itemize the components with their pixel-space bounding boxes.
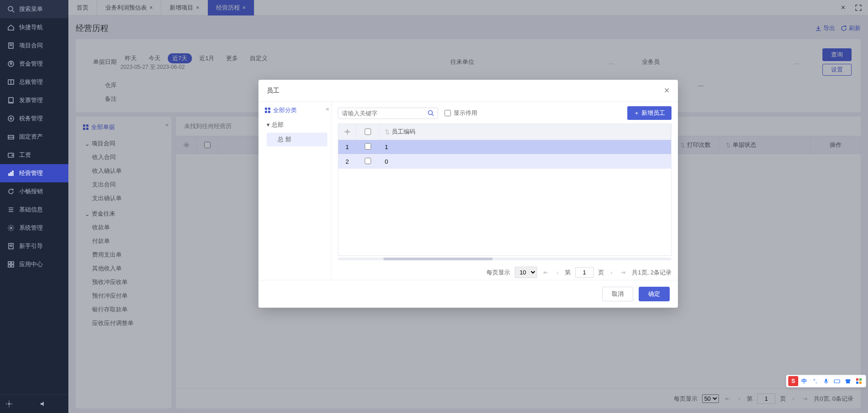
svg-rect-46 <box>856 378 858 381</box>
search-input[interactable] <box>342 110 428 117</box>
sidebar-label: 基础信息 <box>19 206 43 214</box>
last-page[interactable]: ⇥ <box>619 269 627 276</box>
sidebar-label: 总账管理 <box>19 78 43 86</box>
sidebar-item-system[interactable]: 系统管理 <box>0 219 68 237</box>
sound-button[interactable] <box>34 395 68 413</box>
modal-category-header[interactable]: 全部分类 <box>258 106 331 118</box>
ime-tool-icon[interactable] <box>854 376 864 386</box>
modal-left: « 全部分类 ▾ 总部 总 部 <box>258 102 331 280</box>
svg-marker-29 <box>41 402 44 406</box>
close-icon[interactable]: ✕ <box>664 86 670 95</box>
home-icon <box>7 24 15 31</box>
list-icon <box>7 206 15 213</box>
chart-icon <box>7 170 15 177</box>
sidebar-item-tax[interactable]: 税务管理 <box>0 109 68 128</box>
sidebar-item-invoice[interactable]: 发票管理 <box>0 91 68 109</box>
sidebar-item-salary[interactable]: 工资 <box>0 146 68 164</box>
modal-right: 显示停用 ＋新增员工 ⇅员工编码 1 <box>331 102 678 280</box>
confirm-button[interactable]: 确定 <box>639 287 670 301</box>
svg-point-41 <box>346 131 348 133</box>
sidebar-item-ledger[interactable]: 总账管理 <box>0 73 68 91</box>
row-index: 2 <box>338 158 356 165</box>
sidebar-item-fund[interactable]: ¥资金管理 <box>0 55 68 73</box>
ime-mic-icon[interactable] <box>821 376 831 386</box>
prev-page[interactable]: ‹ <box>555 269 560 276</box>
show-disabled-checkbox[interactable]: 显示停用 <box>444 109 477 117</box>
per-page-label: 每页显示 <box>486 268 510 277</box>
first-page[interactable]: ⇤ <box>542 269 550 276</box>
sidebar-item-basic[interactable]: 基础信息 <box>0 201 68 219</box>
add-employee-button[interactable]: ＋新增员工 <box>627 106 672 120</box>
search-icon[interactable] <box>428 110 434 116</box>
sidebar-item-guide[interactable]: 新手引导 <box>0 237 68 255</box>
svg-point-0 <box>8 6 13 11</box>
sidebar-item-search[interactable]: 搜索菜单 <box>0 0 68 18</box>
svg-rect-43 <box>834 380 840 383</box>
row-checkbox[interactable] <box>365 158 371 164</box>
sidebar-item-contract[interactable]: 项目合同 <box>0 36 68 55</box>
sidebar-label: 小畅报销 <box>19 187 43 196</box>
row-code: 0 <box>379 158 671 165</box>
modal-title: 员工 <box>267 87 279 95</box>
svg-rect-24 <box>8 262 10 264</box>
sidebar-label: 应用中心 <box>19 260 43 268</box>
collapse-icon[interactable]: « <box>326 105 329 112</box>
money-icon: ¥ <box>7 60 15 67</box>
svg-rect-22 <box>9 243 13 249</box>
select-all-checkbox[interactable] <box>365 129 371 135</box>
svg-rect-17 <box>12 171 13 176</box>
table-row[interactable]: 1 1 <box>338 139 671 154</box>
sidebar-item-expense[interactable]: 小畅报销 <box>0 182 68 201</box>
page-summary: 共1页, 2条记录 <box>632 268 672 277</box>
doc-icon <box>7 42 15 49</box>
row-index: 1 <box>338 144 356 150</box>
ime-skin-icon[interactable] <box>843 376 853 386</box>
sidebar-item-asset[interactable]: 固定资产 <box>0 128 68 146</box>
refresh-icon <box>7 188 15 195</box>
svg-point-23 <box>10 245 12 247</box>
svg-rect-15 <box>9 174 10 176</box>
table-row[interactable]: 2 0 <box>338 154 671 169</box>
modal-overlay: 员工 ✕ « 全部分类 ▾ 总部 总 部 <box>68 0 868 413</box>
sidebar-item-quicknav[interactable]: 快捷导航 <box>0 18 68 36</box>
svg-rect-47 <box>859 378 862 381</box>
row-checkbox[interactable] <box>365 143 371 150</box>
svg-point-28 <box>8 403 10 405</box>
next-page[interactable]: › <box>609 269 614 276</box>
sidebar-item-business[interactable]: 经营管理 <box>0 164 68 182</box>
employee-modal: 员工 ✕ « 全部分类 ▾ 总部 总 部 <box>258 80 678 308</box>
ime-bar: S 中 °, <box>786 375 866 387</box>
sidebar-label: 搜索菜单 <box>19 5 43 13</box>
sidebar-item-apps[interactable]: 应用中心 <box>0 255 68 274</box>
sidebar-label: 发票管理 <box>19 96 43 104</box>
ime-lang[interactable]: 中 <box>799 376 809 386</box>
svg-rect-38 <box>268 111 270 113</box>
svg-rect-16 <box>10 172 11 176</box>
horizontal-scrollbar[interactable] <box>338 258 672 260</box>
page-input[interactable] <box>575 267 594 278</box>
tree-parent[interactable]: ▾ 总部 <box>263 118 331 132</box>
book-icon <box>7 78 15 86</box>
scrollbar-thumb[interactable] <box>383 258 493 260</box>
ime-punct-icon[interactable]: °, <box>810 376 820 386</box>
gear-icon <box>7 224 15 232</box>
gear-column[interactable] <box>338 124 356 139</box>
sidebar-label: 经营管理 <box>19 169 43 177</box>
svg-rect-42 <box>825 379 827 382</box>
checkbox-column[interactable] <box>356 124 379 139</box>
settings-button[interactable] <box>0 395 34 413</box>
ime-keyboard-icon[interactable] <box>832 376 842 386</box>
svg-text:¥: ¥ <box>9 60 13 67</box>
svg-point-39 <box>429 111 433 115</box>
sidebar-label: 新手引导 <box>19 242 43 250</box>
plus-icon: ＋ <box>634 109 640 117</box>
sidebar-label: 快捷导航 <box>19 23 43 31</box>
cancel-button[interactable]: 取消 <box>602 287 633 301</box>
per-page-select[interactable]: 10 <box>515 267 537 278</box>
tree-child[interactable]: 总 部 <box>267 133 327 146</box>
main: 首页 业务利润预估表× 新增项目× 经营历程× ✕ 经营历程 导出 刷新 <box>68 0 868 413</box>
asset-icon <box>7 133 15 140</box>
col-code[interactable]: ⇅员工编码 <box>379 124 671 139</box>
grid-icon <box>7 261 15 268</box>
ime-logo-icon[interactable]: S <box>788 376 798 386</box>
